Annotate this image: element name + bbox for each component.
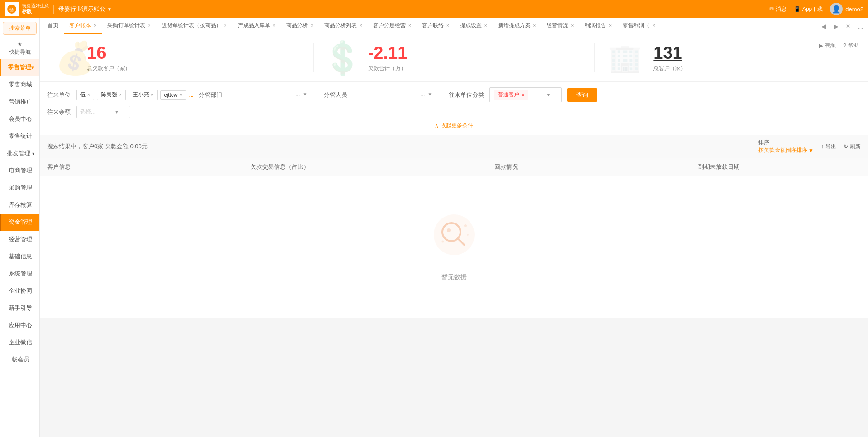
- tab-close-product[interactable]: ×: [311, 23, 313, 28]
- export-btn[interactable]: ↑ 导出: [821, 143, 836, 151]
- sidebar-item-inventory[interactable]: 库存核算: [0, 196, 39, 214]
- table-header: 客户信息 欠款交易信息（占比） 回款情况 到期未放款日期: [40, 158, 868, 176]
- tag-close-wu[interactable]: ×: [87, 92, 90, 97]
- more-tags-btn[interactable]: ...: [189, 92, 193, 98]
- sidebar-item-ecommerce[interactable]: 电商管理: [0, 162, 39, 179]
- stat-num-total: 131: [653, 43, 686, 63]
- unit-label: 往来单位: [47, 91, 71, 99]
- search-btn[interactable]: 查询: [567, 88, 597, 102]
- star-icon: ★: [17, 41, 22, 48]
- help-doc-btn[interactable]: ? 帮助: [843, 42, 859, 49]
- sidebar-item-marketing[interactable]: 营销推广: [0, 93, 39, 110]
- sort-select[interactable]: 按欠款金额倒序排序 ▼: [758, 147, 814, 154]
- tab-close-product-list[interactable]: ×: [360, 23, 362, 28]
- sidebar-item-app-center[interactable]: 应用中心: [0, 317, 39, 334]
- filter-row-2: 往来余额 选择... ▼: [47, 106, 861, 118]
- sidebar-item-newbie[interactable]: 新手引导: [0, 299, 39, 317]
- remain-select[interactable]: 选择... ▼: [76, 106, 130, 118]
- empty-state: 暂无数据: [40, 176, 868, 318]
- tab-close-profit[interactable]: ×: [609, 23, 612, 28]
- sidebar-item-purchase-mgmt[interactable]: 采购管理: [0, 179, 39, 196]
- category-tag-close[interactable]: ×: [521, 92, 524, 98]
- tab-inbound-stats[interactable]: 进货单统计表（按商品） ×: [156, 19, 232, 34]
- remain-arrow-icon: ▼: [115, 109, 119, 114]
- help-links: ▶ 视频 ? 帮助: [819, 42, 859, 49]
- tab-retail-profit[interactable]: 零售利润（ ×: [617, 19, 661, 34]
- tab-profit-report[interactable]: 利润报告 ×: [579, 19, 617, 34]
- filter-tag-chen: 陈民强 ×: [97, 90, 126, 100]
- tab-product-analysis[interactable]: 商品分析 ×: [281, 19, 319, 34]
- sidebar-item-retail-mall[interactable]: 零售商城: [0, 76, 39, 93]
- app-download-btn[interactable]: 📱 App下载: [794, 5, 823, 13]
- tab-close-retail[interactable]: ×: [652, 23, 655, 28]
- unit-category-select[interactable]: 普通客户 × ▼: [489, 87, 562, 102]
- dept-arrow-icon: ▼: [302, 92, 307, 98]
- tab-purchase-stats[interactable]: 采购订单统计表 ×: [102, 19, 156, 34]
- sidebar-item-retail-stats[interactable]: 零售统计: [0, 128, 39, 145]
- tab-close-tier[interactable]: ×: [408, 23, 411, 28]
- search-menu-btn[interactable]: 搜索菜单: [3, 22, 37, 35]
- tab-close-customer-book[interactable]: ×: [94, 23, 96, 28]
- stats-section: 💰 16 总欠款客户（家） 💲 -2.11 欠款合计（万）: [40, 34, 868, 82]
- dept-select[interactable]: ··· ▼: [228, 90, 318, 100]
- tab-cost-inbound[interactable]: 产成品入库单 ×: [232, 19, 281, 34]
- tag-close-cj[interactable]: ×: [180, 92, 182, 97]
- tab-close-ops[interactable]: ×: [571, 23, 574, 28]
- collapse-btn[interactable]: ∧ 收起更多条件: [435, 122, 473, 129]
- stat-content3: 131 总客户（家）: [653, 43, 686, 72]
- tab-close-all-btn[interactable]: ✕: [843, 22, 853, 30]
- sidebar-item-basic-info[interactable]: 基础信息: [0, 248, 39, 265]
- tab-improve-settings[interactable]: 提成设置 ×: [455, 19, 493, 34]
- tab-product-analysis-list[interactable]: 商品分析列表 ×: [319, 19, 368, 34]
- tab-fullscreen-btn[interactable]: ⛶: [855, 22, 866, 30]
- tab-prev-btn[interactable]: ◀: [819, 22, 829, 31]
- tab-add-improve[interactable]: 新增提成方案 ×: [493, 19, 542, 34]
- refresh-icon: ↻: [844, 143, 848, 150]
- tag-close-chen[interactable]: ×: [119, 92, 122, 97]
- tab-close-contact[interactable]: ×: [446, 23, 449, 28]
- sidebar-item-vip[interactable]: 畅会员: [0, 351, 39, 368]
- svg-point-7: [467, 234, 469, 236]
- unit-category-tag: 普通客户 ×: [494, 90, 528, 100]
- company-arrow-icon: ▼: [107, 7, 112, 12]
- refresh-btn[interactable]: ↻ 刷新: [844, 143, 861, 151]
- tab-customer-tier[interactable]: 客户分层经营 ×: [368, 19, 417, 34]
- logo-icon: 畅: [5, 2, 19, 16]
- user-area[interactable]: 👤 demo2: [830, 3, 863, 15]
- tab-home[interactable]: 首页: [42, 19, 64, 34]
- video-icon: ▶: [819, 43, 823, 49]
- help-icon: ?: [843, 43, 846, 49]
- sidebar-item-enterprise[interactable]: 企业协同: [0, 282, 39, 299]
- manager-select[interactable]: ··· ▼: [353, 90, 443, 100]
- messages-btn[interactable]: ✉ 消息: [769, 5, 786, 13]
- filter-row-1: 往来单位 伍 × 陈民强 × 王小亮: [47, 87, 861, 102]
- tab-customer-book[interactable]: 客户账本 ×: [64, 19, 102, 34]
- filter-section: 往来单位 伍 × 陈民强 × 王小亮: [40, 82, 868, 135]
- sidebar-item-wechat[interactable]: 企业微信: [0, 334, 39, 351]
- sidebar-item-member-center[interactable]: 会员中心: [0, 110, 39, 128]
- th-payment-status: 回款情况: [494, 163, 698, 171]
- filter-tag-cj: cjttcw ×: [160, 90, 187, 100]
- tag-close-wang[interactable]: ×: [151, 92, 153, 97]
- tab-customer-contact[interactable]: 客户联络 ×: [417, 19, 455, 34]
- tab-close-improve[interactable]: ×: [484, 23, 487, 28]
- company-selector[interactable]: 母婴行业演示账套 ▼: [58, 5, 112, 13]
- tab-ops-status[interactable]: 经营情况 ×: [541, 19, 579, 34]
- sidebar-item-operations[interactable]: 经营管理: [0, 231, 39, 248]
- tab-close-add[interactable]: ×: [533, 23, 536, 28]
- help-video-btn[interactable]: ▶ 视频: [819, 42, 836, 49]
- tab-close-inbound[interactable]: ×: [224, 23, 227, 28]
- tab-close-purchase[interactable]: ×: [148, 23, 151, 28]
- tab-next-btn[interactable]: ▶: [831, 22, 841, 31]
- sidebar-search-area: 搜索菜单: [0, 18, 39, 38]
- quick-nav-btn[interactable]: ★ 快捷导航: [0, 38, 39, 59]
- sidebar-item-finance[interactable]: 资金管理: [0, 214, 39, 231]
- sidebar-item-wholesale-mgmt[interactable]: 批发管理▾: [0, 145, 39, 162]
- sidebar-item-retail-mgmt[interactable]: 零售管理▾: [0, 59, 39, 76]
- main-content: 💰 16 总欠款客户（家） 💲 -2.11 欠款合计（万）: [40, 34, 868, 437]
- sidebar-item-system-mgmt[interactable]: 系统管理: [0, 265, 39, 282]
- tab-close-cost[interactable]: ×: [273, 23, 276, 28]
- stat-label-overdue: 欠款合计（万）: [368, 65, 408, 72]
- tab-bar-actions: ◀ ▶ ✕ ⛶: [819, 22, 866, 31]
- avatar: 👤: [830, 3, 843, 15]
